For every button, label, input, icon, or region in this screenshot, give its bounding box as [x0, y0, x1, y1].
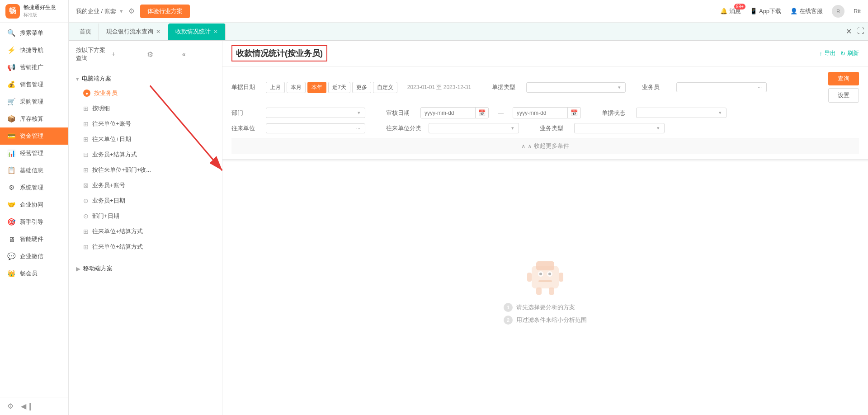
tab-collection[interactable]: 收款情况统计 ✕ — [168, 24, 226, 40]
step-2-num: 2 — [504, 316, 513, 325]
sidebar-item-sales-label: 销售管理 — [20, 80, 43, 89]
tab-bank[interactable]: 现金银行流水查询 ✕ — [99, 24, 168, 40]
collapse-more-button[interactable]: ∧ ∧ 收起更多条件 — [231, 138, 859, 154]
tab-bank-close-icon[interactable]: ✕ — [156, 28, 160, 35]
date-tab-more[interactable]: 更多 — [352, 82, 371, 93]
tab-collection-close-icon[interactable]: ✕ — [213, 28, 218, 35]
page-header-actions: ↑ 导出 ↻ 刷新 — [820, 49, 859, 57]
sidebar-item-wechat[interactable]: 💬 企业微信 — [0, 248, 68, 265]
sidebar-item-purchase-label: 采购管理 — [20, 98, 43, 106]
sidebar-item-vip[interactable]: 👑 畅会员 — [0, 265, 68, 282]
date-tab-last-month[interactable]: 上月 — [266, 82, 285, 93]
scheme-item-salesperson-label: 按业务员 — [94, 89, 118, 97]
sidebar-item-marketing[interactable]: 📢 营销推广 — [0, 59, 68, 76]
sidebar-item-basic[interactable]: 📋 基础信息 — [0, 162, 68, 179]
scheme-item-salesperson-account[interactable]: ⊠ 业务员+账号 — [69, 178, 222, 193]
sidebar-item-operations[interactable]: 📊 经营管理 — [0, 145, 68, 162]
mobile-group-header[interactable]: ▶ 移动端方案 — [69, 262, 222, 275]
sidebar-item-inventory[interactable]: 📦 库存核算 — [0, 110, 68, 127]
review-date-to-group: 📅 — [513, 107, 581, 118]
biz-type-select[interactable]: ▾ — [574, 123, 665, 133]
date-tab-last7days[interactable]: 近7天 — [328, 82, 350, 93]
filter-settings-button[interactable]: 设置 — [828, 88, 859, 103]
collapse-label: 收起更多条件 — [534, 142, 569, 150]
dept-select[interactable]: ▾ — [266, 108, 365, 118]
date-tab-this-month[interactable]: 本月 — [287, 82, 306, 93]
sidebar-item-guide[interactable]: 🎯 新手引导 — [0, 213, 68, 231]
trial-button[interactable]: 体验行业方案 — [140, 5, 190, 18]
unit-settle2-icon: ⊞ — [83, 243, 89, 250]
logo-icon: 畅 — [5, 4, 20, 19]
desktop-group-header[interactable]: ▾ 电脑端方案 — [69, 72, 222, 85]
scheme-item-unit-settle2[interactable]: ⊞ 往来单位+结算方式 — [69, 239, 222, 255]
salesperson-select[interactable]: ··· — [676, 82, 767, 92]
add-scheme-button[interactable]: + — [111, 50, 144, 58]
svg-rect-6 — [538, 280, 552, 282]
maximize-window-icon[interactable]: ⛶ — [857, 27, 864, 36]
sidebar-item-purchase[interactable]: 🛒 采购管理 — [0, 93, 68, 110]
sidebar-item-finance[interactable]: 💳 资金管理 — [0, 127, 68, 145]
tab-collection-label: 收款情况统计 — [175, 28, 211, 36]
scheme-item-salesperson-date[interactable]: ⊙ 业务员+日期 — [69, 193, 222, 208]
enterprise-icon: 🤝 — [7, 201, 15, 209]
scheme-item-unit-date-label: 往来单位+日期 — [92, 135, 131, 143]
header-gear-icon[interactable]: ⚙ — [128, 7, 135, 15]
step-1-num: 1 — [504, 303, 513, 312]
scheme-item-dept-date[interactable]: ⊙ 部门+日期 — [69, 208, 222, 224]
filter-area: 单据日期 上月 本月 本年 近7天 更多 自定义 2023-01-01 至 20… — [222, 66, 868, 160]
scheme-item-unit-settle1[interactable]: ⊞ 往来单位+结算方式 — [69, 224, 222, 239]
close-window-icon[interactable]: ✕ — [846, 27, 852, 36]
message-button[interactable]: 🔔 消息 99+ — [720, 7, 741, 15]
app-download-button[interactable]: 📱 App下载 — [750, 7, 781, 15]
review-date-from-input[interactable] — [421, 108, 475, 118]
refresh-button[interactable]: ↻ 刷新 — [840, 49, 859, 57]
unit-date-icon: ⊞ — [83, 136, 89, 143]
date-range-text: 2023-01-01 至 2023-12-31 — [407, 84, 471, 91]
doc-status-select[interactable]: ▾ — [636, 108, 726, 118]
date-tab-custom[interactable]: 自定义 — [373, 82, 397, 93]
vip-icon: 👑 — [7, 269, 15, 278]
scheme-settings-icon[interactable]: ⚙ — [147, 50, 179, 59]
step-2-text: 用过滤条件来缩小分析范围 — [516, 316, 587, 324]
salesperson-settle-icon: ⊟ — [83, 151, 89, 158]
scheme-item-dept-date-label: 部门+日期 — [92, 212, 119, 220]
review-date-from-calendar-icon[interactable]: 📅 — [475, 108, 488, 118]
sidebar-item-inventory-label: 库存核算 — [20, 115, 43, 123]
refresh-icon: ↻ — [840, 50, 845, 57]
scheme-item-salesperson-settle[interactable]: ⊟ 业务员+结算方式 — [69, 147, 222, 162]
collapse-panel-icon[interactable]: « — [182, 51, 215, 58]
doc-status-label: 单据状态 — [602, 109, 629, 117]
from-unit-category-select[interactable]: ▾ — [429, 123, 519, 133]
online-service-button[interactable]: 👤 在线客服 — [790, 7, 823, 15]
sidebar-item-search-label: 搜索菜单 — [20, 29, 43, 37]
footer-collapse-btn[interactable]: ◀ ‖ — [21, 402, 32, 410]
review-date-to-calendar-icon[interactable]: 📅 — [567, 108, 580, 118]
review-date-to-input[interactable] — [513, 108, 567, 118]
scheme-item-salesperson-settle-label: 业务员+结算方式 — [92, 151, 137, 159]
scheme-item-unit-date[interactable]: ⊞ 往来单位+日期 — [69, 132, 222, 147]
service-icon: 👤 — [790, 8, 797, 14]
sidebar-item-enterprise[interactable]: 🤝 企业协同 — [0, 196, 68, 213]
date-tab-this-year[interactable]: 本年 — [307, 82, 326, 93]
sidebar-item-quicknav[interactable]: ⚡ 快捷导航 — [0, 42, 68, 59]
export-button[interactable]: ↑ 导出 — [820, 49, 836, 57]
doc-status-dropdown-icon: ▾ — [719, 110, 722, 116]
scheme-item-detail-label: 按明细 — [92, 104, 110, 113]
sidebar-item-search[interactable]: 🔍 搜索菜单 — [0, 24, 68, 42]
scheme-item-by-salesperson[interactable]: ● 按业务员 — [69, 85, 222, 101]
breadcrumb: 我的企业 / 账套 ▾ — [76, 7, 123, 15]
doc-type-select[interactable]: ▾ — [526, 82, 626, 93]
sidebar-item-hardware[interactable]: 🖥 智能硬件 — [0, 231, 68, 248]
sidebar-item-sales[interactable]: 💰 销售管理 — [0, 76, 68, 93]
scheme-item-unit-dept-collect[interactable]: ⊞ 按往来单位+部门+收... — [69, 162, 222, 178]
footer-settings-btn[interactable]: ⚙ — [7, 402, 14, 410]
from-unit-category-dropdown-icon: ▾ — [511, 125, 514, 131]
query-button[interactable]: 查询 — [828, 72, 859, 85]
filter-row-1: 单据日期 上月 本月 本年 近7天 更多 自定义 2023-01-01 至 20… — [231, 72, 859, 103]
tab-home[interactable]: 首页 — [72, 24, 99, 40]
scheme-item-unit-account[interactable]: ⊞ 往来单位+账号 — [69, 116, 222, 132]
from-unit-select[interactable]: ··· — [266, 123, 365, 133]
scheme-item-by-detail[interactable]: ⊞ 按明细 — [69, 101, 222, 116]
breadcrumb-dropdown-icon[interactable]: ▾ — [120, 8, 123, 14]
sidebar-item-system[interactable]: ⚙ 系统管理 — [0, 179, 68, 196]
